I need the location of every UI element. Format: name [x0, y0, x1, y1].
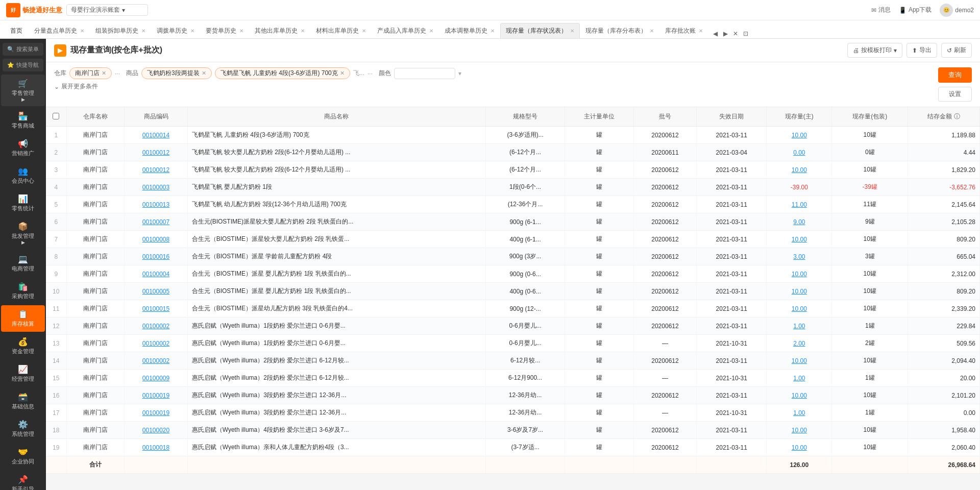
- stock-main-link[interactable]: 10.00: [792, 305, 807, 312]
- color-filter-input[interactable]: [394, 68, 455, 79]
- sidebar-item-basic[interactable]: 🗃️ 基础信息: [1, 388, 45, 414]
- product-code-link[interactable]: 00100019: [142, 392, 169, 399]
- stock-main-link[interactable]: 10.00: [792, 392, 807, 399]
- tab-close-chan-cheng[interactable]: ✕: [429, 28, 433, 34]
- stock-main-link[interactable]: 10.00: [792, 444, 807, 451]
- stock-main-link[interactable]: 9.00: [793, 218, 805, 226]
- print-btn[interactable]: 🖨 按模板打印 ▾: [847, 43, 902, 58]
- tab-close-diao-bo[interactable]: ✕: [190, 28, 194, 34]
- select-all-checkbox[interactable]: [53, 113, 59, 119]
- app-download-btn[interactable]: 📱 App下载: [899, 6, 932, 14]
- stock-main-link[interactable]: 0.00: [793, 149, 805, 156]
- sidebar-item-retail-stat[interactable]: 📊 零售统计: [1, 190, 45, 216]
- stock-main-link[interactable]: 10.00: [792, 357, 807, 364]
- tab-cailiao-chu[interactable]: 材料出库单历史 ✕: [310, 23, 372, 38]
- product-code-link[interactable]: 00100007: [142, 218, 169, 226]
- tab-chan-cheng[interactable]: 产成品入库单历史 ✕: [372, 23, 439, 38]
- sidebar-item-marketing[interactable]: 📢 营销推广: [1, 135, 45, 161]
- product-code-link[interactable]: 00100005: [142, 288, 169, 295]
- tab-prev-btn[interactable]: ◀: [710, 29, 720, 38]
- tab-zu-chai[interactable]: 组装拆卸单历史 ✕: [90, 23, 151, 38]
- product-tag-1[interactable]: 飞鹤奶粉3段两提装 ✕: [141, 67, 212, 79]
- product-code-link[interactable]: 00100012: [142, 166, 169, 174]
- warehouse-tag-close[interactable]: ✕: [102, 70, 106, 77]
- tab-diao-bo[interactable]: 调拨单历史 ✕: [151, 23, 200, 38]
- tab-next-btn[interactable]: ▶: [721, 29, 730, 38]
- stock-main-link[interactable]: 1.00: [793, 323, 805, 330]
- message-btn[interactable]: ✉ 消息: [871, 6, 891, 14]
- setting-btn[interactable]: 设置: [938, 87, 972, 102]
- stock-main-link[interactable]: 10.00: [792, 271, 807, 278]
- sidebar-item-operations[interactable]: 📈 经营管理: [1, 360, 45, 387]
- product-code-link[interactable]: 00100002: [142, 340, 169, 347]
- sidebar-item-purchase[interactable]: 🛍️ 采购管理: [1, 278, 45, 304]
- product-tag-1-close[interactable]: ✕: [202, 70, 206, 77]
- expand-more-btn[interactable]: ⌄ 展开更多条件: [54, 82, 934, 91]
- expand-filter-btn[interactable]: ▶: [54, 44, 66, 57]
- tab-close-fen-cang[interactable]: ✕: [80, 28, 84, 34]
- sidebar-item-wholesale[interactable]: 📦 批发管理 ▶: [1, 217, 45, 249]
- stock-main-link[interactable]: 10.00: [792, 132, 807, 139]
- product-code-link[interactable]: 00100016: [142, 253, 169, 260]
- product-code-link[interactable]: 00100002: [142, 357, 169, 364]
- tab-qita-chu[interactable]: 其他出库单历史 ✕: [249, 23, 310, 38]
- tab-close-ku-pi[interactable]: ✕: [699, 28, 703, 34]
- product-tag-2[interactable]: 飞鹤星飞帆 儿童奶粉 4段(3-6岁适用) 700克 ✕: [215, 67, 350, 79]
- sidebar-item-inventory[interactable]: 📋 库存核算: [1, 305, 45, 332]
- sidebar-item-finance[interactable]: 💰 资金管理: [1, 333, 45, 359]
- stock-main-link[interactable]: 1.00: [793, 375, 805, 382]
- tab-close-zu-chai[interactable]: ✕: [141, 28, 145, 34]
- product-code-link[interactable]: 00100009: [142, 375, 169, 382]
- tab-close-xianzai-fen[interactable]: ✕: [650, 28, 654, 34]
- store-selector[interactable]: 母婴行业演示账套 ▾: [66, 4, 148, 16]
- stock-main-link[interactable]: 10.00: [792, 166, 807, 174]
- product-tag-2-close[interactable]: ✕: [340, 70, 345, 77]
- stock-main-link[interactable]: 1.00: [793, 409, 805, 416]
- product-code-link[interactable]: 00100013: [142, 201, 169, 208]
- sidebar-item-member[interactable]: 👥 会员中心: [1, 162, 45, 189]
- tab-ku-pi[interactable]: 库存批次账 ✕: [659, 23, 708, 38]
- warehouse-more-btn[interactable]: ···: [115, 70, 120, 77]
- product-code-link[interactable]: 00100018: [142, 444, 169, 451]
- stock-main-link[interactable]: 11.00: [792, 201, 807, 208]
- sidebar-item-retail-mgmt[interactable]: 🛒 零售管理 ▶: [1, 75, 45, 106]
- sidebar-item-system[interactable]: ⚙️ 系统管理: [1, 415, 45, 442]
- stock-main-link[interactable]: 2.00: [793, 340, 805, 347]
- sidebar-search[interactable]: 🔍 搜索菜单: [3, 43, 43, 56]
- tab-close-cailiao-chu[interactable]: ✕: [362, 28, 366, 34]
- product-code-link[interactable]: 00100004: [142, 271, 169, 278]
- user-menu[interactable]: 😊 demo2: [940, 4, 974, 17]
- product-code-link[interactable]: 00100020: [142, 427, 169, 434]
- warehouse-tag[interactable]: 南岸门店 ✕: [69, 67, 112, 79]
- tab-yao-huo[interactable]: 要货单历史 ✕: [200, 23, 249, 38]
- tab-fen-cang[interactable]: 分量盘点单历史 ✕: [29, 23, 90, 38]
- stock-main-link[interactable]: 3.00: [793, 253, 805, 260]
- tab-expand-btn[interactable]: ⊡: [741, 29, 750, 38]
- tab-close-chengben[interactable]: ✕: [491, 28, 495, 34]
- refresh-btn[interactable]: ↺ 刷新: [941, 43, 972, 58]
- product-code-link[interactable]: 00100002: [142, 323, 169, 330]
- tab-close-xianzai-ku[interactable]: ✕: [570, 28, 574, 34]
- sidebar-item-enterprise[interactable]: 🤝 企业协同: [1, 443, 45, 470]
- query-btn[interactable]: 查询: [938, 67, 972, 83]
- stock-main-link[interactable]: 10.00: [792, 427, 807, 434]
- product-code-link[interactable]: 00100019: [142, 409, 169, 416]
- sidebar-item-newguide[interactable]: 📌 新手引导: [1, 471, 45, 490]
- product-more-btn[interactable]: ···: [368, 70, 373, 77]
- product-code-link[interactable]: 00100014: [142, 132, 169, 139]
- stock-main-link[interactable]: 10.00: [792, 236, 807, 243]
- tab-xianzai-ku[interactable]: 现存量（库存状况表） ✕: [500, 23, 580, 38]
- sidebar-quick-nav[interactable]: ⭐ 快捷导航: [3, 59, 43, 71]
- product-code-link[interactable]: 00100008: [142, 236, 169, 243]
- product-code-link[interactable]: 00100012: [142, 149, 169, 156]
- tab-close-qita-chu[interactable]: ✕: [301, 28, 305, 34]
- product-code-link[interactable]: 00100003: [142, 184, 169, 191]
- sidebar-item-ecommerce[interactable]: 💻 电商管理: [1, 250, 45, 277]
- sidebar-item-retail-mall[interactable]: 🏪 零售商城: [1, 107, 45, 134]
- product-code-link[interactable]: 00100015: [142, 305, 169, 312]
- stock-main-link[interactable]: 10.00: [792, 288, 807, 295]
- tab-chengben[interactable]: 成本调整单历史 ✕: [439, 23, 500, 38]
- export-btn[interactable]: ⬆ 导出: [906, 43, 937, 58]
- tab-home[interactable]: 首页: [4, 23, 29, 38]
- tab-xianzai-fen[interactable]: 现存量（库存分布表） ✕: [580, 23, 659, 38]
